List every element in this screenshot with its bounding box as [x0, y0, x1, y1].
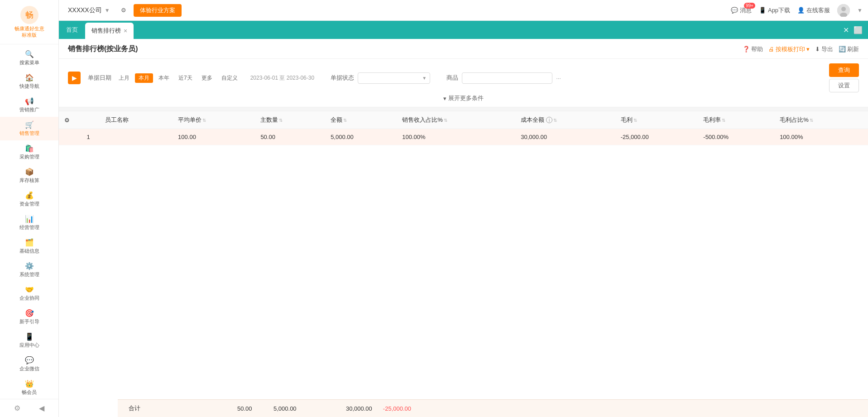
- page-body: 销售排行榜(按业务员) ❓ 帮助 🖨 按模板打印 ▾ ⬇ 导出 🔄 刷新: [59, 39, 868, 417]
- export-link[interactable]: ⬇ 导出: [815, 45, 833, 53]
- wechat-icon: 💬: [25, 356, 34, 364]
- expand-conditions-btn[interactable]: ▾ 展开更多条件: [443, 94, 484, 102]
- sidebar-item-apps[interactable]: 📱 应用中心: [0, 329, 58, 352]
- app-download-action[interactable]: 📱 App下载: [759, 6, 790, 14]
- online-service-action[interactable]: 👤 在线客服: [797, 6, 830, 14]
- row-profit: -25,000.00: [615, 129, 698, 145]
- tab-close-icon[interactable]: ×: [124, 27, 127, 34]
- sidebar-item-finance[interactable]: 💰 资金管理: [0, 187, 58, 211]
- collapse-icon[interactable]: ◀: [39, 404, 44, 412]
- refresh-link[interactable]: 🔄 刷新: [839, 45, 859, 53]
- th-profit-rate: 毛利率 ⇅: [698, 111, 774, 129]
- company-dropdown-arrow: ▼: [105, 7, 110, 14]
- print-link[interactable]: 🖨 按模板打印 ▾: [768, 45, 810, 53]
- tab-close-window-icon[interactable]: ✕: [843, 26, 849, 34]
- user-name: ▼: [857, 7, 863, 14]
- sales-pct-sort-icon[interactable]: ⇅: [444, 118, 447, 123]
- logo-icon: 畅: [20, 5, 39, 24]
- profit-rate-sort-icon[interactable]: ⇅: [722, 118, 725, 123]
- query-button[interactable]: 查询: [829, 63, 859, 77]
- settings-button[interactable]: 设置: [829, 79, 859, 92]
- page-header: 销售排行榜(按业务员) ❓ 帮助 🖨 按模板打印 ▾ ⬇ 导出 🔄 刷新: [59, 39, 868, 59]
- sidebar-item-wechat[interactable]: 💬 企业微信: [0, 352, 58, 376]
- row-profit-pct: 100.00%: [774, 129, 868, 145]
- trial-button[interactable]: 体验行业方案: [134, 4, 182, 17]
- profit-pct-sort-icon[interactable]: ⇅: [810, 118, 813, 123]
- cost-sort-icon[interactable]: ⇅: [553, 118, 557, 123]
- sidebar-item-inventory[interactable]: 📦 库存核算: [0, 164, 58, 187]
- sidebar-item-vip[interactable]: 👑 畅会员: [0, 376, 58, 399]
- th-rank: [77, 111, 100, 129]
- marketing-icon: 📢: [25, 97, 34, 105]
- th-avg-price: 平均单价 ⇅: [173, 111, 255, 129]
- sidebar-item-sales[interactable]: 🛒 销售管理: [0, 117, 58, 140]
- sidebar-item-purchase[interactable]: 🛍️ 采购管理: [0, 140, 58, 164]
- th-cost: 成本全额 i ⇅: [515, 111, 615, 129]
- date-tab-更多[interactable]: 更多: [198, 73, 216, 83]
- print-arrow-icon: ▾: [806, 46, 810, 53]
- sidebar-item-system[interactable]: ⚙️ 系统管理: [0, 258, 58, 282]
- footer-quantity: 50.00: [232, 405, 268, 412]
- row-avg-price: 100.00: [173, 129, 255, 145]
- expand-section: ▾ 展开更多条件: [59, 94, 868, 107]
- avg-price-sort-icon[interactable]: ⇅: [202, 118, 206, 123]
- goods-filter-label: 商品: [446, 74, 458, 82]
- page-title: 销售排行榜(按业务员): [68, 44, 138, 54]
- system-icon: ⚙️: [25, 262, 34, 270]
- status-filter-label: 单据状态: [331, 74, 354, 82]
- sidebar-logo: 畅 畅康通好生意 标准版: [0, 0, 58, 44]
- sidebar-item-guide[interactable]: 🎯 新手引导: [0, 305, 58, 329]
- tab-maximize-icon[interactable]: ⬜: [854, 26, 863, 34]
- sidebar-item-nav[interactable]: 🏠 快捷导航: [0, 70, 58, 93]
- app-icon: 📱: [759, 7, 766, 14]
- sidebar-nav: 🔍 搜索菜单 🏠 快捷导航 📢 营销推广 🛒 销售管理 🛍️ 采购管理 📦 库存…: [0, 44, 58, 399]
- service-icon: 👤: [797, 7, 805, 14]
- row-settings-cell: [59, 129, 77, 145]
- header-settings-icon[interactable]: ⚙: [117, 4, 130, 17]
- main-area: XXXXX公司 ▼ ⚙ 体验行业方案 💬 消息 99+ 📱 App下载 👤 在线…: [59, 0, 868, 417]
- sidebar-item-collab[interactable]: 🤝 企业协同: [0, 282, 58, 305]
- status-select-wrapper: ▼: [358, 72, 430, 84]
- message-badge: 99+: [744, 3, 755, 9]
- message-action[interactable]: 💬 消息 99+: [731, 6, 752, 14]
- profit-sort-icon[interactable]: ⇅: [633, 118, 637, 123]
- status-select[interactable]: [358, 72, 430, 84]
- date-tab-本月[interactable]: 本月: [135, 73, 153, 83]
- goods-input[interactable]: [462, 72, 552, 84]
- th-profit: 毛利 ⇅: [615, 111, 698, 129]
- th-settings[interactable]: ⚙: [59, 111, 77, 129]
- tab-home[interactable]: 首页: [59, 21, 85, 39]
- sidebar-item-search[interactable]: 🔍 搜索菜单: [0, 46, 58, 70]
- filter-section: ▶ 单据日期 上月本月本年近7天更多自定义 2023-06-01 至 2023-…: [59, 59, 868, 94]
- sidebar: 畅 畅康通好生意 标准版 🔍 搜索菜单 🏠 快捷导航 📢 营销推广 🛒 销售管理…: [0, 0, 59, 417]
- th-amount: 全额 ⇅: [325, 111, 397, 129]
- row-sales-pct: 100.00%: [397, 129, 515, 145]
- company-selector[interactable]: XXXXX公司 ▼: [64, 5, 114, 16]
- basic-icon: 🗂️: [25, 238, 34, 247]
- sidebar-item-basic[interactable]: 🗂️ 基础信息: [0, 235, 58, 258]
- filter-expand-icon[interactable]: ▶: [68, 72, 81, 84]
- date-tab-自定义[interactable]: 自定义: [218, 73, 241, 83]
- footer-values: 50.00 5,000.00 30,000.00 -25,000.00: [232, 405, 863, 412]
- tab-sales-ranking[interactable]: 销售排行榜 ×: [85, 23, 134, 39]
- avatar-image: [837, 4, 850, 17]
- sidebar-item-marketing[interactable]: 📢 营销推广: [0, 93, 58, 117]
- quantity-sort-icon[interactable]: ⇅: [279, 118, 283, 123]
- date-tab-本年[interactable]: 本年: [155, 73, 173, 83]
- tab-bar: 首页 销售排行榜 × ✕ ⬜: [59, 21, 868, 39]
- help-link[interactable]: ❓ 帮助: [743, 45, 763, 53]
- user-avatar[interactable]: [837, 4, 850, 17]
- help-icon: ❓: [743, 46, 750, 53]
- sidebar-item-operations[interactable]: 📊 经营管理: [0, 211, 58, 235]
- tab-bar-right: ✕ ⬜: [843, 21, 868, 39]
- amount-sort-icon[interactable]: ⇅: [343, 118, 347, 123]
- settings-bottom-icon[interactable]: ⚙: [14, 404, 20, 412]
- footer-amount: 5,000.00: [268, 405, 304, 412]
- goods-more-icon[interactable]: ···: [556, 75, 561, 81]
- date-tab-近7天[interactable]: 近7天: [175, 73, 196, 83]
- th-employee: 员工名称: [100, 111, 173, 129]
- sidebar-bottom: ⚙ ◀: [0, 399, 58, 417]
- cost-info-icon[interactable]: i: [546, 117, 552, 123]
- date-tab-上月[interactable]: 上月: [115, 73, 133, 83]
- print-icon: 🖨: [768, 46, 774, 53]
